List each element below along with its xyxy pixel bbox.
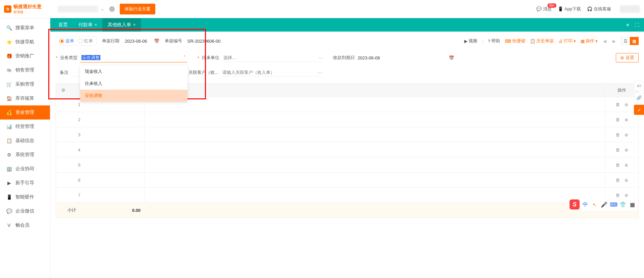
side-rail: 🏷 🔗 ⤢ bbox=[634, 81, 644, 115]
partner-picker-icon[interactable]: ⋯ bbox=[319, 55, 323, 60]
radio-red[interactable]: 红单 bbox=[78, 38, 93, 44]
delete-row-icon[interactable]: 🗑 bbox=[615, 102, 620, 107]
copy-row-icon[interactable]: ⊕ bbox=[625, 178, 628, 183]
calendar-icon[interactable]: 📅 bbox=[154, 39, 159, 44]
biz-type-option-0[interactable]: 现金收入 bbox=[80, 65, 187, 78]
sidebar-item-1[interactable]: ⭐快捷导航 bbox=[0, 35, 50, 49]
settings-button[interactable]: ⚙ 设置 bbox=[616, 53, 639, 62]
view-list-icon[interactable]: ☰ bbox=[621, 37, 630, 45]
related-customer-picker-icon[interactable]: ⋯ bbox=[318, 70, 322, 75]
delete-row-icon[interactable]: 🗑 bbox=[615, 117, 620, 122]
sidebar-item-6[interactable]: 💰资金管理 bbox=[0, 105, 50, 120]
doc-date-value[interactable]: 2023-06-06 bbox=[125, 39, 147, 44]
table-settings-icon[interactable]: ⚙ bbox=[56, 88, 71, 93]
copy-row-icon[interactable]: ⊕ bbox=[625, 132, 628, 137]
ime-punct-icon[interactable]: •, bbox=[591, 201, 598, 208]
phone-icon: 📱 bbox=[558, 6, 563, 11]
sidebar-item-9[interactable]: ⚙系统管理 bbox=[0, 148, 50, 162]
partner-input[interactable] bbox=[222, 54, 323, 62]
sidebar-item-13[interactable]: 💬企业微信 bbox=[0, 204, 50, 218]
sidebar-icon: 🏠 bbox=[6, 95, 12, 101]
logo-subtitle: 标准版 bbox=[13, 10, 42, 14]
help-link[interactable]: ? 帮助 bbox=[488, 38, 500, 44]
biz-type-dropdown: 现金收入往来收入应收调整 bbox=[80, 65, 187, 102]
sidebar-item-14[interactable]: V畅会员 bbox=[0, 218, 50, 232]
video-link[interactable]: ▶ 视频 bbox=[464, 38, 477, 44]
partner-field: * 往来单位 ⋯ bbox=[198, 54, 323, 62]
org-chevron-icon[interactable]: ⌄ bbox=[101, 6, 104, 11]
rail-expand-icon[interactable]: ⤢ bbox=[634, 105, 644, 115]
ime-skin-icon[interactable]: 👕 bbox=[619, 201, 627, 208]
tab-0[interactable]: 首页 bbox=[53, 18, 73, 32]
sidebar-icon: ⭐ bbox=[6, 39, 12, 45]
tab-close-all-icon[interactable]: ✕ bbox=[625, 21, 631, 29]
sidebar-item-0[interactable]: 🔍搜索菜单 bbox=[0, 21, 50, 35]
table-row[interactable]: 4🗑⊕ bbox=[56, 142, 638, 157]
sidebar-item-3[interactable]: 🛍销售管理 bbox=[0, 63, 50, 77]
ime-lang-icon[interactable]: 中 bbox=[582, 201, 589, 208]
online-service-link[interactable]: 🎧 在线客服 bbox=[587, 6, 611, 12]
rail-attach-icon[interactable]: 🔗 bbox=[634, 93, 644, 103]
table-row[interactable]: 6🗑⊕ bbox=[56, 173, 638, 188]
rail-tag-icon[interactable]: 🏷 bbox=[634, 81, 644, 91]
shortcut-link[interactable]: ⌨ 快捷键 bbox=[505, 38, 525, 44]
delete-row-icon[interactable]: 🗑 bbox=[615, 178, 620, 183]
copy-row-icon[interactable]: ⊕ bbox=[625, 193, 628, 198]
prev-doc-icon[interactable]: ◀ bbox=[602, 39, 607, 44]
print-button[interactable]: 🖨 打印 ▾ bbox=[558, 38, 576, 44]
messages-link[interactable]: 💬 消息 99+ bbox=[536, 6, 552, 12]
copy-row-icon[interactable]: ⊕ bbox=[625, 117, 628, 122]
related-customer-field: 关联客户（收... ⋯ bbox=[189, 68, 322, 77]
sidebar-item-7[interactable]: 📊经营管理 bbox=[0, 120, 50, 134]
ime-logo-icon[interactable]: S bbox=[570, 199, 580, 210]
copy-row-icon[interactable]: ⊕ bbox=[625, 163, 628, 168]
delete-row-icon[interactable]: 🗑 bbox=[615, 132, 620, 137]
ime-grid-icon[interactable]: ▦ bbox=[629, 201, 636, 208]
table-row[interactable]: 5🗑⊕ bbox=[56, 157, 638, 173]
sidebar-icon: 📱 bbox=[6, 194, 12, 200]
ime-mic-icon[interactable]: 🎤 bbox=[600, 201, 608, 208]
tab-2[interactable]: 其他收入单× bbox=[102, 18, 141, 32]
avatar-blurred[interactable] bbox=[620, 5, 640, 13]
sidebar-icon: 🎁 bbox=[6, 53, 12, 59]
related-customer-input[interactable] bbox=[221, 68, 322, 77]
due-date-value[interactable]: 2023-06-06 bbox=[358, 55, 445, 60]
logo-icon: b bbox=[4, 5, 11, 13]
tab-1[interactable]: 付款单× bbox=[73, 18, 102, 32]
operate-button[interactable]: ▦ 操作 ▾ bbox=[581, 38, 598, 44]
subtotal-value: 0.00 bbox=[88, 208, 145, 213]
doc-no-label: 单据编号 bbox=[165, 38, 182, 44]
sidebar-item-5[interactable]: 🏠库存核算 bbox=[0, 91, 50, 105]
tab-expand-icon[interactable]: ⛶ bbox=[634, 21, 641, 29]
table-row[interactable]: 3🗑⊕ bbox=[56, 127, 638, 142]
biz-type-option-2[interactable]: 应收调整 bbox=[80, 90, 187, 102]
table-row[interactable]: 7🗑⊕ bbox=[56, 188, 638, 203]
delete-row-icon[interactable]: 🗑 bbox=[615, 163, 620, 168]
ime-keyboard-icon[interactable]: ⌨ bbox=[610, 201, 617, 208]
next-doc-icon[interactable]: ▶ bbox=[612, 39, 616, 44]
history-link[interactable]: 📋 历史单据 bbox=[530, 38, 554, 44]
radio-blue[interactable]: 蓝单 bbox=[59, 38, 74, 44]
calendar-icon[interactable]: 📅 bbox=[449, 55, 454, 60]
delete-row-icon[interactable]: 🗑 bbox=[615, 147, 620, 152]
biz-type-option-1[interactable]: 往来收入 bbox=[80, 78, 187, 90]
copy-row-icon[interactable]: ⊕ bbox=[625, 147, 628, 152]
gear-icon[interactable] bbox=[108, 5, 116, 13]
copy-row-icon[interactable]: ⊕ bbox=[625, 102, 628, 107]
svg-point-0 bbox=[111, 8, 113, 10]
tabs-bar: 首页付款单×其他收入单× ✕ ⛶ bbox=[50, 18, 644, 32]
sidebar-item-4[interactable]: 🛒采购管理 bbox=[0, 77, 50, 91]
table-row[interactable]: 2🗑⊕ bbox=[56, 112, 638, 127]
sidebar-item-11[interactable]: ▶新手引导 bbox=[0, 176, 50, 190]
view-card-icon[interactable]: ▦ bbox=[630, 37, 639, 45]
cta-button[interactable]: 体验行业方案 bbox=[120, 4, 155, 14]
delete-row-icon[interactable]: 🗑 bbox=[615, 193, 620, 198]
sidebar-item-8[interactable]: 📋基础信息 bbox=[0, 134, 50, 148]
tab-close-icon[interactable]: × bbox=[95, 22, 97, 27]
app-download-link[interactable]: 📱 App下载 bbox=[558, 6, 581, 12]
sidebar-item-2[interactable]: 🎁营销推广 bbox=[0, 49, 50, 63]
biz-type-select[interactable]: 应收调整 ⌃ bbox=[80, 53, 187, 62]
sidebar-item-12[interactable]: 📱智能硬件 bbox=[0, 190, 50, 204]
sidebar-item-10[interactable]: 🏢企业协同 bbox=[0, 162, 50, 176]
tab-close-icon[interactable]: × bbox=[133, 22, 136, 27]
